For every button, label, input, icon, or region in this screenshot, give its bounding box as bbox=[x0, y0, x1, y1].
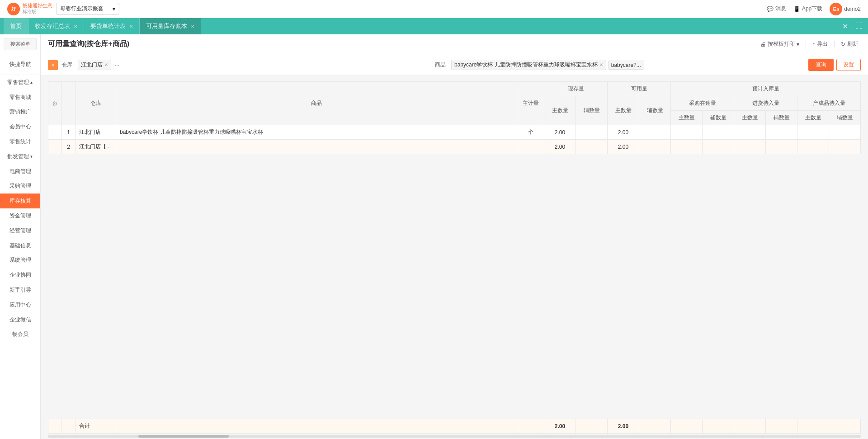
gear-icon[interactable]: ⚙ bbox=[52, 100, 58, 107]
filter-area: » 仓库 江北门店 ✕ ··· 商品 babycare学饮杯 儿童防摔防撞吸管杯… bbox=[41, 54, 868, 76]
row1-product: babycare学饮杯 儿童防摔防撞吸管杯重力球吸嘴杯宝宝水杯 bbox=[116, 125, 517, 140]
row2-no: 2 bbox=[62, 140, 75, 154]
tab-home[interactable]: 首页 bbox=[4, 18, 28, 34]
settings-button[interactable]: 设置 bbox=[836, 59, 861, 71]
footer-available-aux bbox=[639, 419, 671, 434]
sidebar-item-new-guide[interactable]: 新手引导 bbox=[0, 283, 40, 297]
row1-gear bbox=[48, 125, 62, 140]
row1-incoming-aux bbox=[766, 125, 797, 140]
sidebar-item-app-center[interactable]: 应用中心 bbox=[0, 297, 40, 312]
message-button[interactable]: 💬 消息 bbox=[767, 5, 786, 13]
print-template-button[interactable]: 🖨 按模板打印 ▾ bbox=[758, 39, 802, 49]
table-row: 1 江北门店 babycare学饮杯 儿童防摔防撞吸管杯重力球吸嘴杯宝宝水杯 个… bbox=[48, 125, 861, 140]
avatar: Ea bbox=[830, 3, 842, 15]
product-filter-tags: babycare学饮杯 儿童防摔防撞吸管杯重力球吸嘴杯宝宝水杯 ✕ babyca… bbox=[451, 60, 805, 70]
th-purchase-transit-group: 采购在途量 bbox=[671, 96, 734, 111]
product-tag-2[interactable]: babycare?... bbox=[608, 61, 644, 70]
close-tab-order[interactable]: ✕ bbox=[129, 24, 133, 29]
remove-warehouse-tag[interactable]: ✕ bbox=[104, 62, 108, 67]
th-stock-group: 现存量 bbox=[544, 82, 608, 96]
logo-icon: 好 bbox=[7, 3, 20, 15]
close-tab-available[interactable]: ✕ bbox=[191, 24, 194, 29]
filter-more-button[interactable]: ··· bbox=[113, 61, 121, 69]
user-profile[interactable]: Ea demo2 bbox=[830, 3, 861, 15]
row1-available-aux bbox=[639, 125, 671, 140]
row2-purchase-aux bbox=[703, 140, 734, 154]
sidebar-item-member-center[interactable]: 会员中心 bbox=[0, 119, 40, 134]
product-tag-1[interactable]: babycare学饮杯 儿童防摔防撞吸管杯重力球吸嘴杯宝宝水杯 ✕ bbox=[451, 60, 606, 70]
row1-warehouse: 江北门店 bbox=[75, 125, 116, 140]
row2-available-main: 2.00 bbox=[608, 140, 639, 154]
footer-production-aux bbox=[829, 419, 861, 434]
filter-expand-button[interactable]: » bbox=[48, 60, 58, 70]
export-button[interactable]: ↑ 导出 bbox=[810, 39, 830, 49]
sidebar-item-operation-mgmt[interactable]: 经营管理 bbox=[0, 223, 40, 238]
sidebar-item-enterprise-wechat[interactable]: 企业微信 bbox=[0, 312, 40, 327]
warehouse-label: 仓库 bbox=[61, 61, 74, 69]
close-all-tabs-button[interactable]: ✕ bbox=[840, 22, 850, 31]
sidebar-item-purchase-mgmt[interactable]: 采购管理 bbox=[0, 179, 40, 194]
footer-unit bbox=[517, 419, 544, 434]
th-production-main: 主数量 bbox=[797, 111, 829, 125]
sidebar-item-marketing[interactable]: 营销推广 bbox=[0, 104, 40, 119]
footer-label: 合计 bbox=[75, 419, 116, 434]
table-footer-area: 合计 2.00 2.00 bbox=[41, 419, 868, 434]
sidebar-item-quicknav[interactable]: 快捷导航 bbox=[0, 57, 40, 72]
message-icon: 💬 bbox=[767, 6, 774, 12]
footer-production-main bbox=[797, 419, 829, 434]
close-tab-receive[interactable]: ✕ bbox=[74, 24, 77, 29]
tab-order[interactable]: 要货单统计表 ✕ bbox=[84, 18, 140, 34]
export-icon: ↑ bbox=[812, 41, 815, 47]
app-download-button[interactable]: 📱 App下载 bbox=[793, 5, 822, 13]
remove-product-tag-1[interactable]: ✕ bbox=[599, 62, 603, 67]
data-table: ⚙ 仓库 商品 主计量 现存量 可用量 预计入库量 主数量 辅数量 主数量 bbox=[48, 81, 861, 154]
scroll-track bbox=[48, 435, 861, 438]
footer-purchase-main bbox=[671, 419, 703, 434]
th-unit: 主计量 bbox=[517, 82, 544, 125]
nav-tabs-right: ✕ ⛶ bbox=[840, 22, 864, 31]
row2-production-aux bbox=[829, 140, 861, 154]
query-button[interactable]: 查询 bbox=[808, 59, 834, 71]
th-gear: ⚙ bbox=[48, 82, 62, 125]
footer-table: 合计 2.00 2.00 bbox=[48, 419, 861, 434]
sidebar-item-wholesale-mgmt[interactable]: 批发管理 ▼ bbox=[0, 149, 40, 164]
tab-available[interactable]: 可用量库存账本 ✕ bbox=[140, 18, 201, 34]
sidebar-quicknav-section: 快捷导航 bbox=[0, 54, 40, 75]
row2-stock-main: 2.00 bbox=[544, 140, 576, 154]
chevron-down-icon: ▾ bbox=[797, 41, 799, 47]
sidebar-item-retail-store[interactable]: 零售商城 bbox=[0, 90, 40, 105]
row2-stock-aux bbox=[576, 140, 608, 154]
table-wrap: ⚙ 仓库 商品 主计量 现存量 可用量 预计入库量 主数量 辅数量 主数量 bbox=[41, 76, 868, 419]
search-menu-button[interactable]: 搜索菜单 bbox=[4, 38, 37, 50]
sidebar-item-enterprise-collab[interactable]: 企业协同 bbox=[0, 268, 40, 283]
sidebar-search-area: 搜索菜单 bbox=[0, 34, 40, 54]
sidebar-item-vip[interactable]: 畅会员 bbox=[0, 327, 40, 342]
industry-selector[interactable]: 母婴行业演示账套 ▾ bbox=[56, 3, 119, 15]
horizontal-scrollbar[interactable] bbox=[41, 434, 868, 439]
sidebar-item-inventory-check[interactable]: 库存核算 bbox=[0, 194, 40, 208]
sidebar-item-finance-mgmt[interactable]: 资金管理 bbox=[0, 208, 40, 223]
sidebar-item-ecommerce-mgmt[interactable]: 电商管理 bbox=[0, 164, 40, 179]
row2-purchase-main bbox=[671, 140, 703, 154]
tab-receive[interactable]: 收发存汇总表 ✕ bbox=[28, 18, 84, 34]
th-production-group: 产成品待入量 bbox=[797, 96, 861, 111]
row1-production-aux bbox=[829, 125, 861, 140]
sidebar-item-system-mgmt[interactable]: 系统管理 bbox=[0, 253, 40, 268]
th-purchase-main: 主数量 bbox=[671, 111, 703, 125]
content-area: 可用量查询(按仓库+商品) 🖨 按模板打印 ▾ ↑ 导出 ↻ 刷新 bbox=[41, 34, 868, 439]
refresh-button[interactable]: ↻ 刷新 bbox=[838, 39, 861, 49]
scroll-thumb[interactable] bbox=[138, 435, 229, 438]
fullscreen-button[interactable]: ⛶ bbox=[854, 22, 864, 30]
sidebar-item-retail-stats[interactable]: 零售统计 bbox=[0, 134, 40, 149]
warehouse-tag-jiangbei[interactable]: 江北门店 ✕ bbox=[78, 60, 111, 70]
sidebar-item-retail-mgmt[interactable]: 零售管理 ▲ bbox=[0, 75, 40, 90]
row2-incoming-aux bbox=[766, 140, 797, 154]
sidebar-item-basic-info[interactable]: 基础信息 bbox=[0, 238, 40, 253]
th-product: 商品 bbox=[116, 82, 517, 125]
logo-area: 好 畅捷通好生意 标准版 bbox=[7, 3, 52, 15]
table-row: 2 江北门店【... 2.00 2.00 bbox=[48, 140, 861, 154]
logo-text: 畅捷通好生意 标准版 bbox=[23, 3, 52, 15]
refresh-icon: ↻ bbox=[841, 41, 845, 47]
product-label: 商品 bbox=[435, 61, 448, 69]
footer-no bbox=[62, 419, 75, 434]
